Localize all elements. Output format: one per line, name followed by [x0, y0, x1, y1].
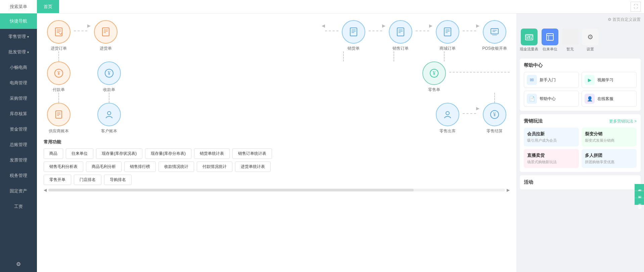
func-btn-units[interactable]: 往来单位	[66, 148, 93, 159]
scroll-left-arrow[interactable]: ◀	[44, 188, 47, 192]
sidebar-item-fixed-assets[interactable]: 固定资产	[0, 183, 37, 199]
marketing-item-group[interactable]: 多人拼团 拼团购物享受优惠	[582, 149, 637, 168]
func-buttons-row3: 零售开单 门店排名 导购排名	[44, 175, 510, 185]
func-btn-retail-order[interactable]: 零售开单	[44, 175, 71, 185]
func-btn-inventory-dist[interactable]: 现存量(库存分布表)	[145, 148, 191, 159]
float-btn-service[interactable]: 客服热线	[635, 184, 644, 191]
func-btn-sales-rank[interactable]: 销售排行榜	[124, 162, 156, 172]
func-btn-product[interactable]: 商品	[44, 148, 63, 159]
float-buttons: 客服热线 服务社区 桌面快捷	[635, 184, 644, 205]
sidebar-item-ecommerce-xc[interactable]: 小畅电商	[0, 60, 37, 75]
quick-icon-units[interactable]: 往来单位	[542, 29, 558, 52]
quick-icons: 现金流量表 往来单位 暂无 ⚙ 设置	[520, 29, 641, 52]
node-label-purchase-order: 进货订单	[51, 46, 67, 51]
dashed-line	[369, 31, 382, 31]
func-btn-guide-rank[interactable]: 导购排名	[104, 175, 132, 185]
func-btn-sales-stat[interactable]: 销货单统计表	[194, 148, 230, 159]
help-item-help-label: 帮助中心	[540, 96, 556, 102]
dashed-line	[416, 31, 429, 31]
float-btn-community[interactable]: 服务社区	[635, 191, 644, 198]
func-btn-receipt-stat[interactable]: 收款情况统计	[158, 162, 194, 172]
help-item-beginner[interactable]: ✉ 新手入门	[524, 72, 579, 88]
node-purchase-slip[interactable]: 进货单	[91, 20, 121, 51]
top-bar: 搜索菜单 首页 ⛶	[0, 0, 644, 13]
fullscreen-button[interactable]: ⛶	[631, 2, 641, 12]
sidebar-item-ecommerce-mgmt[interactable]: 电商管理	[0, 75, 37, 91]
search-menu[interactable]: 搜索菜单	[0, 0, 37, 13]
help-item-video[interactable]: ▶ 视频学习	[582, 72, 637, 88]
node-sales-slip[interactable]: 销货单	[338, 20, 369, 51]
sidebar-item-retail[interactable]: 零售管理 ▾	[0, 29, 37, 44]
common-functions: 常用功能 商品 往来单位 现存量(库存状况表) 现存量(库存分布表) 销货单统计…	[44, 139, 510, 192]
node-purchase-order[interactable]: 进货订单	[44, 20, 74, 51]
node-col-retail-out: 零售出库	[432, 103, 463, 134]
node-retail-settle[interactable]: ¥ 零售结算	[479, 103, 510, 134]
home-customize-btn[interactable]: ⚙ 首页自定义设置	[520, 17, 641, 22]
quick-icon-settings-label: 设置	[587, 47, 594, 52]
func-btn-store-rank[interactable]: 门店排名	[74, 175, 101, 185]
node-sales-order[interactable]: 销售订单	[385, 20, 416, 51]
chevron-down-icon: ▾	[27, 50, 29, 54]
node-retail-out[interactable]: 零售出库	[432, 103, 463, 134]
svg-point-35	[446, 111, 449, 115]
scrollbar[interactable]: ◀ ▶	[44, 188, 510, 192]
quick-icon-cashflow[interactable]: 现金流量表	[520, 29, 538, 52]
svg-rect-43	[547, 34, 553, 40]
svg-text:¥: ¥	[433, 70, 435, 76]
func-btn-product-gross[interactable]: 商品毛利分析	[86, 162, 122, 172]
node-icon-supplier	[47, 103, 71, 126]
arrow-right-icon: ▶	[476, 106, 479, 111]
func-btn-payment-stat[interactable]: 付款情况统计	[197, 162, 232, 172]
svg-rect-41	[528, 36, 530, 39]
node-mall-order[interactable]: 商城订单	[432, 20, 463, 51]
sidebar-item-inventory[interactable]: 库存核算	[0, 106, 37, 122]
svg-rect-0	[55, 28, 62, 36]
sidebar-item-finance[interactable]: 资金管理	[0, 122, 37, 137]
node-col-5: 商城订单	[432, 20, 463, 51]
node-col-1: 进货订单	[44, 20, 74, 51]
marketing-more-link[interactable]: 更多营销玩法 >	[609, 119, 637, 124]
svg-point-34	[107, 111, 111, 115]
node-label-customer: 客户账本	[101, 128, 117, 134]
node-pos[interactable]: POS收银开单	[479, 20, 510, 51]
scroll-right-arrow[interactable]: ▶	[507, 188, 510, 192]
sidebar-item-quicknav[interactable]: 快捷导航	[0, 13, 37, 29]
node-label-retail-slip: 零售单	[428, 87, 440, 93]
activity-title: 活动	[524, 179, 637, 185]
svg-text:¥: ¥	[493, 111, 496, 117]
func-btn-sales-gross[interactable]: 销售毛利分析表	[44, 162, 83, 172]
tab-home[interactable]: 首页	[37, 0, 59, 13]
node-customer-ledger[interactable]: 客户账本	[94, 103, 124, 134]
node-retail-slip[interactable]: ¥ 零售单	[419, 61, 449, 93]
sidebar-item-purchase[interactable]: 采购管理	[0, 91, 37, 106]
node-receipt[interactable]: ¥ 收款单	[94, 61, 124, 93]
arrow-right-icon: ▶	[429, 23, 432, 28]
help-icon-mail: ✉	[527, 75, 537, 85]
v-arrow-pay	[58, 93, 59, 103]
sidebar-item-ledger[interactable]: 总账管理	[0, 137, 37, 152]
sidebar-item-invoice[interactable]: 发票管理	[0, 152, 37, 168]
marketing-item-fission[interactable]: 裂变分销 裂变式发展分销商	[582, 128, 637, 146]
marketing-item-live[interactable]: 直播卖货 场景式购物新玩法	[524, 149, 579, 168]
sidebar-item-wholesale[interactable]: 批发管理 ▾	[0, 44, 37, 60]
sidebar-item-tax[interactable]: 税务管理	[0, 168, 37, 183]
scroll-track[interactable]	[48, 189, 505, 191]
sidebar-settings-icon[interactable]: ⚙	[0, 256, 37, 272]
float-btn-desktop[interactable]: 桌面快捷	[635, 198, 644, 205]
func-btn-purchase-stat[interactable]: 进货单统计表	[235, 162, 271, 172]
node-payment[interactable]: ¥ 付款单	[44, 61, 74, 93]
arrow-3-4: ▶	[369, 23, 385, 48]
quick-icon-settings[interactable]: ⚙ 设置	[582, 29, 599, 52]
sidebar-item-salary[interactable]: 工资	[0, 199, 37, 214]
help-icon-play: ▶	[585, 75, 595, 85]
node-supplier-ledger[interactable]: 供应商账本	[44, 103, 74, 134]
func-btn-inventory-status[interactable]: 现存量(库存状况表)	[96, 148, 142, 159]
help-item-help[interactable]: 📄 帮助中心	[524, 91, 579, 107]
quick-icon-units-label: 往来单位	[543, 47, 557, 52]
quick-icon-none[interactable]: 暂无	[562, 29, 579, 52]
quick-icon-none-label: 暂无	[566, 47, 574, 52]
func-btn-sales-order-stat[interactable]: 销售订单统计表	[232, 148, 272, 159]
scroll-thumb	[48, 189, 414, 191]
marketing-item-member[interactable]: 会员拉新 吸引用户成为会员	[524, 128, 579, 146]
help-item-service[interactable]: 👤 在线客服	[582, 91, 637, 107]
